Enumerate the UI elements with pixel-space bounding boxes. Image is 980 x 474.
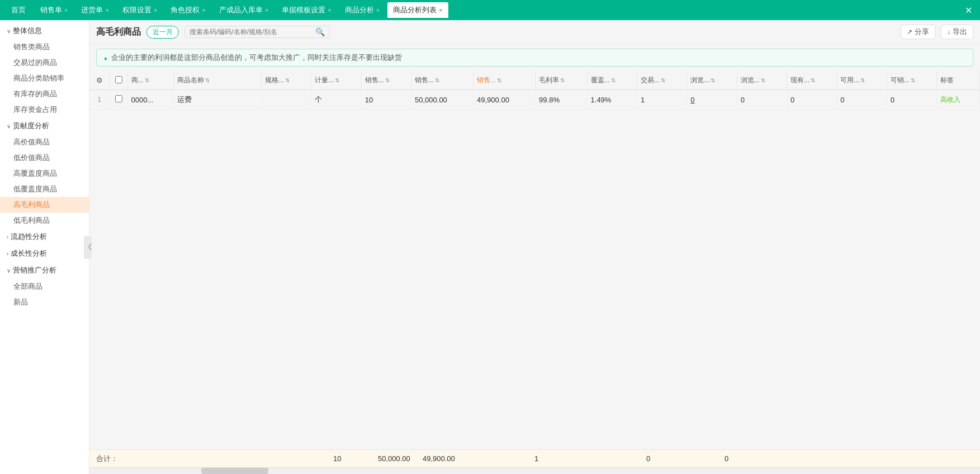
share-button[interactable]: ↗ 分享 [901,25,935,39]
close-tab-4[interactable]: × [265,7,268,13]
col-sales-cost[interactable]: 销售...⇅ [474,71,536,90]
sidebar-group-marketing[interactable]: ∨ 营销推广分析 [0,262,89,279]
col-idx: ⚙ [89,71,110,90]
sidebar-collapse-button[interactable]: 《 [84,236,92,259]
sidebar-item-high-coverage[interactable]: 高覆盖度商品 [0,166,89,181]
nav-tab-product-in[interactable]: 产成品入库单 × [214,2,274,18]
cell-sales-cost: 49,900.00 [474,90,536,110]
sidebar-item-low-coverage[interactable]: 低覆盖度商品 [0,181,89,197]
col-name[interactable]: 商品名称⇅ [174,71,262,90]
col-coverage[interactable]: 覆盖...⇅ [587,71,637,90]
cell-browse1[interactable]: 0 [687,90,737,110]
nav-tab-permission[interactable]: 权限设置 × [117,2,163,18]
col-gross-rate[interactable]: 毛利率⇅ [536,71,587,90]
close-tab-7[interactable]: × [439,7,442,13]
arrow-marketing: ∨ [7,267,11,274]
close-tab-3[interactable]: × [202,7,205,13]
col-transaction[interactable]: 交易...⇅ [637,71,687,90]
sidebar-item-low-value[interactable]: 低价值商品 [0,150,89,166]
col-browse2[interactable]: 浏览...⇅ [737,71,787,90]
sidebar-item-traded[interactable]: 交易过的商品 [0,55,89,71]
sidebar-item-high-value[interactable]: 高价值商品 [0,134,89,150]
sidebar-group-trend[interactable]: › 流趋性分析 [0,228,89,245]
sidebar-item-high-margin[interactable]: 高毛利商品 [0,197,89,213]
col-sales-amount[interactable]: 销售...⇅ [411,71,474,90]
horizontal-scrollbar[interactable] [89,467,980,474]
export-icon: ↓ [947,28,950,36]
row-checkbox[interactable] [115,95,122,102]
arrow-trend: › [7,234,8,240]
sidebar-item-low-margin[interactable]: 低毛利商品 [0,213,89,228]
table-container[interactable]: ⚙ 商...⇅ 商品名称⇅ 规格...⇅ 计量...⇅ 销售...⇅ 销售...… [89,71,980,449]
sidebar-group-overall[interactable]: ∨ 整体信息 [0,22,89,39]
content-area: 高毛利商品 近一月 🔍 ↗ 分享 ↓ 导出 ⬧ 企业的主要的利润都是这部分商品创… [89,20,980,474]
info-icon: ⬧ [103,54,108,62]
summary-sales-amount: 50,000.00 [375,454,419,463]
nav-tab-sales[interactable]: 销售单 × [35,2,73,18]
nav-tab-purchase[interactable]: 进货单 × [75,2,114,18]
arrow-contribution: ∨ [7,123,11,129]
col-current-stock[interactable]: 现有...⇅ [787,71,836,90]
summary-current-stock: 0 [643,454,688,463]
summary-transaction: 1 [531,454,576,463]
cell-transaction: 1 [637,90,687,110]
nav-tab-template[interactable]: 单据模板设置 × [276,2,337,18]
nav-tab-analysis-list[interactable]: 商品分析列表 × [387,2,448,18]
close-tab-1[interactable]: × [105,7,108,13]
col-spec[interactable]: 规格...⇅ [261,71,311,90]
col-tag[interactable]: 标签 [937,71,980,90]
cell-spec [261,90,311,110]
sidebar: ∨ 整体信息 销售类商品 交易过的商品 商品分类助销率 有库存的商品 库存资金占… [0,20,89,474]
nav-home[interactable]: 首页 [4,2,32,18]
sidebar-item-stock-capital[interactable]: 库存资金占用 [0,102,89,118]
sidebar-item-sales-goods[interactable]: 销售类商品 [0,39,89,55]
cell-available: 0 [837,90,887,110]
summary-sales-qty: 10 [330,454,375,463]
content-header: 高毛利商品 近一月 🔍 ↗ 分享 ↓ 导出 [89,20,980,44]
window-close-button[interactable]: ✕ [962,5,976,16]
period-button[interactable]: 近一月 [146,26,179,39]
cell-code: 0000... [127,90,174,110]
sidebar-group-contribution[interactable]: ∨ 贡献度分析 [0,118,89,134]
arrow-overall: ∨ [7,28,11,34]
search-icon[interactable]: 🔍 [315,27,325,36]
search-input[interactable] [190,28,313,36]
col-checkbox[interactable] [110,71,127,90]
nav-tab-role[interactable]: 角色授权 × [165,2,211,18]
close-tab-2[interactable]: × [154,7,157,13]
search-box: 🔍 [184,26,330,38]
close-tab-0[interactable]: × [64,7,68,13]
col-sellable[interactable]: 可销...⇅ [887,71,936,90]
col-code[interactable]: 商...⇅ [127,71,174,90]
cell-idx: 1 [89,90,110,110]
select-all-checkbox[interactable] [115,76,122,83]
col-available[interactable]: 可用...⇅ [837,71,887,90]
arrow-growth: › [7,251,8,257]
nav-tab-analysis[interactable]: 商品分析 × [339,2,385,18]
cell-sales-qty: 10 [361,90,411,110]
settings-icon[interactable]: ⚙ [96,76,103,85]
cell-sellable: 0 [887,90,936,110]
cell-tag: 高收入 [937,90,980,110]
sidebar-group-growth[interactable]: › 成长性分析 [0,245,89,262]
info-banner: ⬧ 企业的主要的利润都是这部分商品创造的，可考虑加大推广，同时关注库存是不要出现… [96,49,973,67]
top-nav: 首页 销售单 × 进货单 × 权限设置 × 角色授权 × 产成品入库单 × 单据… [0,0,980,20]
page-title: 高毛利商品 [96,26,141,38]
summary-sellable: 0 [721,454,766,463]
sidebar-item-in-stock[interactable]: 有库存的商品 [0,86,89,102]
col-unit[interactable]: 计量...⇅ [311,71,361,90]
summary-bar: 合计： 10 50,000.00 49,900.00 1 0 0 [89,449,980,467]
cell-checkbox[interactable] [110,90,127,110]
sidebar-item-new-goods[interactable]: 新品 [0,294,89,310]
col-sales-qty[interactable]: 销售...⇅ [361,71,411,90]
col-browse1[interactable]: 浏览...⇅ [687,71,737,90]
sidebar-item-category-rate[interactable]: 商品分类助销率 [0,71,89,86]
close-tab-6[interactable]: × [376,7,380,13]
table-row: 1 0000... 运费 个 10 50,000.00 49,900.00 99… [89,90,980,110]
cell-coverage: 1.49% [587,90,637,110]
sidebar-item-all-goods[interactable]: 全部商品 [0,279,89,294]
close-tab-5[interactable]: × [328,7,331,13]
export-button[interactable]: ↓ 导出 [941,25,973,39]
cell-current-stock: 0 [787,90,836,110]
cell-name: 运费 [174,90,262,110]
